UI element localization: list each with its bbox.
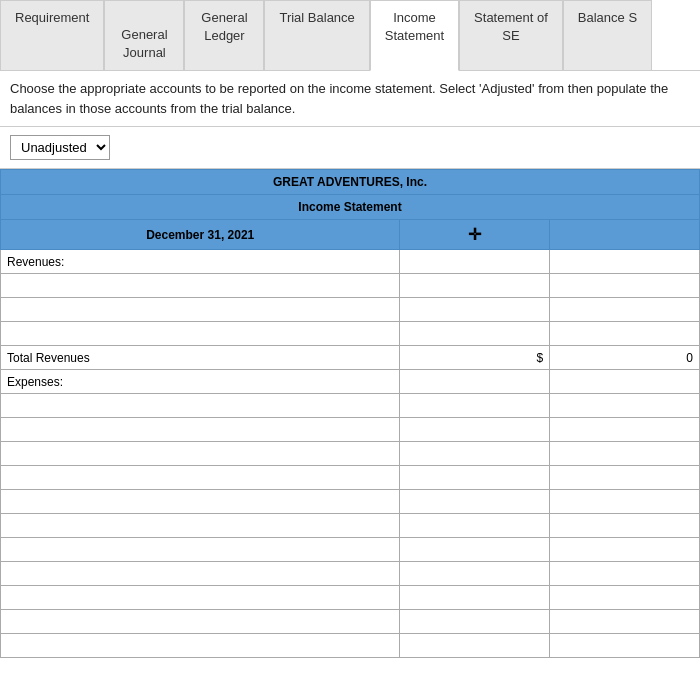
expense-row-9: [1, 586, 700, 610]
revenue-row-1: [1, 274, 700, 298]
revenue-row-3: [1, 322, 700, 346]
expense-row-11: [1, 634, 700, 658]
statement-area: GREAT ADVENTURES, Inc. Income Statement …: [0, 169, 700, 700]
statement-date-row: December 31, 2021 ✛: [1, 220, 700, 250]
expense-row-6: [1, 514, 700, 538]
expense-row-1: [1, 394, 700, 418]
tab-balance-sheet[interactable]: Balance S: [563, 0, 652, 70]
expense-row-5: [1, 490, 700, 514]
tab-bar: Requirement GeneralJournal GeneralLedger…: [0, 0, 700, 71]
expense-row-2: [1, 418, 700, 442]
tab-requirement[interactable]: Requirement: [0, 0, 104, 70]
expense-row-4: [1, 466, 700, 490]
expenses-label: Expenses:: [1, 370, 400, 394]
tab-general-journal[interactable]: GeneralJournal: [104, 0, 184, 70]
main-container: Requirement GeneralJournal GeneralLedger…: [0, 0, 700, 700]
company-header-row: GREAT ADVENTURES, Inc.: [1, 170, 700, 195]
tab-income-statement[interactable]: IncomeStatement: [370, 0, 459, 71]
statement-date: December 31, 2021: [1, 220, 400, 250]
total-revenues-value: 0: [550, 346, 700, 370]
revenues-label-row: Revenues:: [1, 250, 700, 274]
total-revenues-label: Total Revenues: [1, 346, 400, 370]
tab-trial-balance[interactable]: Trial Balance: [264, 0, 369, 70]
move-icon[interactable]: ✛: [400, 220, 550, 250]
total-revenues-dollar: $: [400, 346, 550, 370]
tab-statement-se[interactable]: Statement ofSE: [459, 0, 563, 70]
total-revenues-row: Total Revenues $ 0: [1, 346, 700, 370]
statement-title: Income Statement: [1, 195, 700, 220]
income-statement-table: GREAT ADVENTURES, Inc. Income Statement …: [0, 169, 700, 658]
revenues-label: Revenues:: [1, 250, 400, 274]
expense-row-3: [1, 442, 700, 466]
dropdown-row: Unadjusted Adjusted: [0, 127, 700, 169]
expense-row-10: [1, 610, 700, 634]
adjustment-dropdown[interactable]: Unadjusted Adjusted: [10, 135, 110, 160]
expense-row-7: [1, 538, 700, 562]
company-name: GREAT ADVENTURES, Inc.: [1, 170, 700, 195]
instruction-text: Choose the appropriate accounts to be re…: [0, 71, 700, 127]
statement-title-row: Income Statement: [1, 195, 700, 220]
expense-row-8: [1, 562, 700, 586]
tab-general-ledger[interactable]: GeneralLedger: [184, 0, 264, 70]
expenses-label-row: Expenses:: [1, 370, 700, 394]
revenue-row-2: [1, 298, 700, 322]
